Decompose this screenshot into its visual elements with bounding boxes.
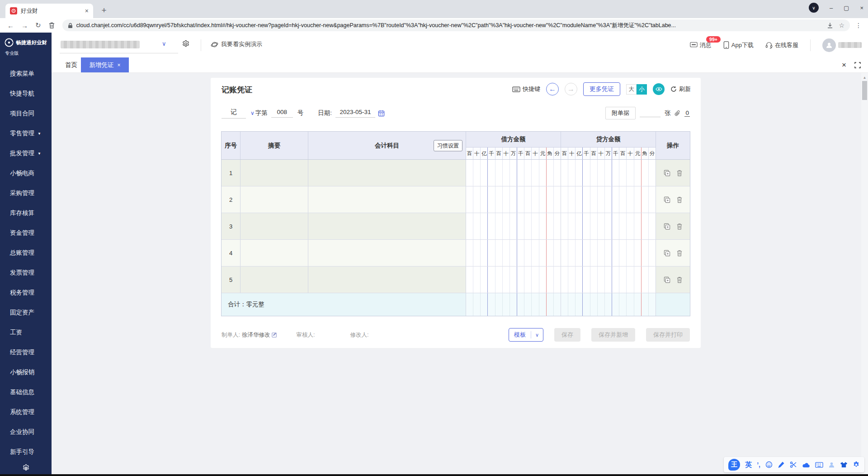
digit-cell[interactable] [517,186,524,213]
digit-cell[interactable] [590,186,598,213]
digit-cell[interactable] [488,267,495,293]
digit-cell[interactable] [488,160,495,186]
summary-cell[interactable] [241,160,308,186]
template-button[interactable]: 模板 ∨ [509,328,543,342]
digit-cell[interactable] [488,186,495,213]
digit-cell[interactable] [627,213,634,239]
digit-cell[interactable] [634,267,642,293]
digit-cell[interactable] [466,240,473,266]
credit-amount-cell[interactable] [561,213,656,239]
digit-cell[interactable] [510,213,517,239]
sidebar-item[interactable]: 批发管理▼ [0,143,52,163]
digit-cell[interactable] [634,213,642,239]
debit-amount-cell[interactable] [466,186,561,213]
digit-cell[interactable] [532,186,539,213]
sidebar-item[interactable]: 库存核算 [0,203,52,223]
delete-row-icon[interactable] [676,276,683,283]
digit-cell[interactable] [627,267,634,293]
digit-cell[interactable] [649,213,656,239]
company-selector[interactable] [61,41,140,48]
digit-cell[interactable] [590,160,598,186]
delete-row-icon[interactable] [676,223,683,230]
size-large-option[interactable]: 大 [626,84,637,95]
sidebar-settings-gear-icon[interactable] [0,464,52,472]
digit-cell[interactable] [473,213,481,239]
next-voucher-button[interactable]: → [565,83,577,95]
shortcut-keys-button[interactable]: 快捷键 [512,85,540,93]
sidebar-item[interactable]: 新手引导 [0,442,52,462]
new-tab-button[interactable]: + [98,4,110,17]
digit-cell[interactable] [466,160,473,186]
digit-cell[interactable] [590,240,598,266]
digit-cell[interactable] [539,213,547,239]
digit-cell[interactable] [547,160,554,186]
credit-amount-cell[interactable] [561,186,656,213]
summary-cell[interactable] [241,186,308,213]
digit-cell[interactable] [649,186,656,213]
attach-count-input[interactable] [640,109,660,117]
digit-cell[interactable] [554,267,561,293]
save-and-print-button[interactable]: 保存并打印 [646,328,690,342]
digit-cell[interactable] [605,186,612,213]
digit-cell[interactable] [568,160,576,186]
digit-cell[interactable] [554,213,561,239]
reload-button[interactable]: ↻ [35,21,41,29]
digit-cell[interactable] [488,213,495,239]
sidebar-item[interactable]: 采购管理 [0,183,52,203]
digit-cell[interactable] [627,160,634,186]
digit-cell[interactable] [619,186,627,213]
ime-account-person-icon[interactable] [828,462,835,468]
digit-cell[interactable] [598,160,605,186]
template-button-label[interactable]: 模板 [509,331,531,339]
digit-cell[interactable] [554,240,561,266]
size-small-option[interactable]: 小 [637,84,647,95]
digit-cell[interactable] [649,160,656,186]
digit-cell[interactable] [561,267,568,293]
app-download-button[interactable]: App下载 [723,41,754,49]
digit-cell[interactable] [524,240,532,266]
digit-cell[interactable] [539,160,547,186]
digit-cell[interactable] [554,186,561,213]
digit-cell[interactable] [576,240,583,266]
digit-cell[interactable] [532,267,539,293]
copy-row-icon[interactable] [664,250,670,257]
ime-handwriting-pencil-icon[interactable] [778,461,785,468]
digit-cell[interactable] [619,213,627,239]
window-close-button[interactable]: × [860,5,863,11]
ime-logo-icon[interactable]: 王 [728,459,740,471]
digit-cell[interactable] [612,240,619,266]
digit-cell[interactable] [642,160,649,186]
digit-cell[interactable] [649,267,656,293]
sidebar-item[interactable]: 资金管理 [0,223,52,243]
digit-cell[interactable] [612,186,619,213]
digit-cell[interactable] [532,160,539,186]
digit-cell[interactable] [568,267,576,293]
url-text[interactable]: cloud.chanjet.com/cc/u6d89qwnryel/57bfsk… [76,22,822,29]
avatar[interactable] [822,38,836,52]
digit-cell[interactable] [627,240,634,266]
debit-amount-cell[interactable] [466,160,561,186]
digit-cell[interactable] [517,213,524,239]
digit-cell[interactable] [590,267,598,293]
digit-cell[interactable] [466,213,473,239]
attachment-count-link[interactable]: 0 [684,109,690,117]
digit-cell[interactable] [619,160,627,186]
user-account[interactable] [822,38,862,52]
digit-cell[interactable] [547,267,554,293]
digit-cell[interactable] [612,267,619,293]
calendar-icon[interactable] [378,110,385,117]
paperclip-icon[interactable] [675,110,680,117]
voucher-word-chevron-icon[interactable]: ∨ [250,110,255,116]
digit-cell[interactable] [568,186,576,213]
digit-cell[interactable] [481,160,488,186]
digit-cell[interactable] [481,186,488,213]
ime-emoji-icon[interactable] [765,461,773,468]
ime-keyboard-icon[interactable] [815,462,823,468]
digit-cell[interactable] [642,186,649,213]
copy-row-icon[interactable] [664,276,670,283]
digit-cell[interactable] [634,240,642,266]
digit-cell[interactable] [598,267,605,293]
sidebar-item[interactable]: 工资 [0,323,52,343]
digit-cell[interactable] [612,160,619,186]
digit-cell[interactable] [561,160,568,186]
